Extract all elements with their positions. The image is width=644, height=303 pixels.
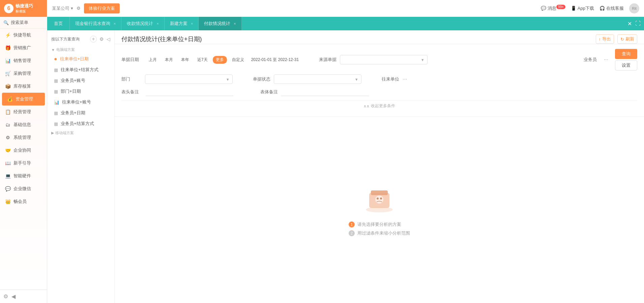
desktop-group: ▼ 电脑端方案 [47, 46, 114, 54]
tab-bank-label: 现金银行流水查询 [75, 21, 110, 27]
tab-home[interactable]: 首页 [47, 17, 70, 30]
plan-dept-date[interactable]: ▦ 部门+日期 [47, 86, 114, 97]
app-download-button[interactable]: 📱 App下载 [571, 5, 594, 11]
search-icon: 🔍 [3, 20, 9, 25]
collapse-sidebar-icon[interactable]: ◀ [11, 293, 16, 300]
date-7days[interactable]: 近7天 [194, 56, 211, 64]
tab-new-plan[interactable]: 新建方案 × [165, 17, 199, 30]
tab-receipts-close[interactable]: × [156, 22, 158, 26]
sidebar-item-shortcut[interactable]: ⚡ 快捷导航 [0, 29, 47, 41]
sidebar-item-hardware[interactable]: 💻 智能硬件 [0, 170, 47, 182]
sidebar-item-marketing[interactable]: 🎁 营销推广 [0, 41, 47, 54]
tip-num-1: 1 [349, 221, 355, 228]
date-this-month[interactable]: 本月 [162, 56, 176, 64]
sidebar-item-purchase[interactable]: 🛒 采购管理 [0, 67, 47, 80]
page-title: 付款情况统计(往来单位+日期) [121, 35, 202, 43]
nav-label-member: 畅会员 [13, 199, 27, 205]
plan-partner-account[interactable]: 📊 往来单位+账号 [47, 97, 114, 108]
refresh-button[interactable]: ↻ 刷新 [617, 34, 637, 44]
sidebar-item-sales[interactable]: 📊 销售管理 [0, 54, 47, 67]
date-last-month[interactable]: 上月 [146, 56, 160, 64]
sidebar-nav: ⚡ 快捷导航 🎁 营销推广 📊 销售管理 🛒 采购管理 📦 库存核算 💰 资金管… [0, 29, 47, 290]
partner-label: 往来单位 [382, 76, 399, 82]
source-select-arrow: ▾ [421, 57, 424, 62]
nav-label-enterprise: 企业协同 [13, 147, 31, 153]
filter-settings-button[interactable]: 设置 [615, 60, 637, 70]
tab-bank-close[interactable]: × [114, 22, 116, 26]
header-note-label: 表头备注 [121, 89, 139, 95]
nav-label-system: 系统管理 [13, 134, 31, 141]
collapse-conditions-bar[interactable]: ∧∧ 收起更多条件 [121, 100, 637, 112]
sidebar-item-guide[interactable]: 📖 新手引导 [0, 157, 47, 170]
online-service-button[interactable]: 🎧 在线客服 [599, 5, 624, 11]
tab-fullscreen-icon[interactable]: ⛶ [635, 21, 641, 27]
plan-icon-6: ▦ [54, 121, 58, 126]
plan-active-icon: ● [54, 56, 57, 62]
logo-text: 畅捷通巧 标准版 [16, 3, 33, 14]
header-note-input[interactable] [146, 88, 233, 96]
plan-icon-1: ▦ [54, 67, 58, 72]
sidebar-item-capital[interactable]: 💰 资金管理 [2, 93, 45, 105]
nav-icon-member: 👑 [5, 199, 11, 205]
sidebar-item-system[interactable]: ⚙ 系统管理 [0, 131, 47, 144]
topbar-settings-icon[interactable]: ⚙ [77, 6, 81, 11]
export-button[interactable]: ↑ 导出 [596, 34, 614, 44]
plan-agent-settle[interactable]: ▦ 业务员+结算方式 [47, 118, 114, 129]
nav-icon-marketing: 🎁 [5, 45, 11, 51]
tab-bank[interactable]: 现金银行流水查询 × [70, 17, 121, 30]
filter-row-1: 单据日期 上月 本月 本年 近7天 更多 自定义 2022-01-01 至 20… [121, 49, 637, 70]
plan-agent-account[interactable]: ▦ 业务员+账号 [47, 75, 114, 86]
body-note-input[interactable] [281, 88, 369, 96]
sidebar-item-member[interactable]: 👑 畅会员 [0, 195, 47, 208]
trial-button[interactable]: 体验行业方案 [84, 3, 120, 13]
user-avatar[interactable]: Rit [629, 3, 639, 13]
plan-icon-4: 📊 [54, 100, 59, 105]
sidebar-item-business[interactable]: 📋 经营管理 [0, 105, 47, 118]
source-select[interactable]: ▾ [340, 55, 428, 64]
status-select-value [277, 76, 353, 82]
tab-new-plan-close[interactable]: × [191, 22, 193, 26]
tab-receipts[interactable]: 收款情况统计 × [121, 17, 164, 30]
plan-partner-settle[interactable]: ▦ 往来单位+结算方式 [47, 64, 114, 75]
mobile-group[interactable]: ▶ 移动端方案 [47, 129, 114, 137]
partner-select[interactable]: ··· [403, 76, 407, 82]
status-select[interactable]: ▾ [274, 74, 361, 84]
sidebar-item-base[interactable]: 🗂 基础信息 [0, 118, 47, 131]
query-button[interactable]: 查询 [615, 49, 637, 59]
tab-payments[interactable]: 付款情况统计 × [199, 17, 241, 30]
tip-2: 2 用过滤条件来缩小分析范围 [349, 230, 410, 236]
nav-label-base: 基础信息 [13, 122, 31, 128]
messages-button[interactable]: 💬 消息 99+ [541, 5, 565, 11]
export-icon: ↑ [599, 37, 601, 42]
empty-illustration [359, 181, 400, 215]
plan-agent-date[interactable]: ▦ 业务员+日期 [47, 108, 114, 118]
date-custom[interactable]: 自定义 [229, 56, 247, 64]
service-icon: 🎧 [599, 6, 605, 11]
nav-label-wechat: 企业微信 [13, 186, 31, 192]
add-plan-icon[interactable]: + [90, 36, 97, 42]
status-label: 单据状态 [253, 76, 270, 82]
date-label: 单据日期 [121, 57, 139, 63]
sidebar-item-enterprise[interactable]: 🤝 企业协同 [0, 144, 47, 157]
svg-point-5 [380, 198, 382, 200]
dept-select[interactable]: ▾ [145, 74, 233, 84]
agent-select[interactable]: ··· [604, 57, 608, 63]
panel-header: 按以下方案查询 + ⚙ ◁ [47, 34, 114, 46]
company-selector[interactable]: 某某公司 ▾ [52, 5, 73, 11]
settings-icon[interactable]: ⚙ [3, 293, 8, 300]
tab-close-all-icon[interactable]: ✕ [627, 21, 632, 27]
sidebar-item-inventory[interactable]: 📦 库存核算 [0, 80, 47, 93]
sidebar-item-wechat[interactable]: 💬 企业微信 [0, 182, 47, 195]
collapse-panel-icon[interactable]: ◁ [107, 36, 110, 42]
svg-point-4 [377, 198, 379, 200]
date-this-year[interactable]: 本年 [178, 56, 192, 64]
date-more[interactable]: 更多 [213, 56, 227, 64]
topbar-right: 💬 消息 99+ 📱 App下载 🎧 在线客服 Rit [541, 3, 639, 13]
nav-label-guide: 新手引导 [13, 160, 31, 166]
plan-partner-date[interactable]: ● 往来单位+日期 [47, 54, 114, 64]
svg-rect-2 [371, 190, 388, 195]
settings-plan-icon[interactable]: ⚙ [99, 36, 104, 42]
sidebar-search[interactable]: 🔍 搜索菜单 [0, 17, 47, 29]
date-range-display: 2022-01-01 至 2022-12-31 [251, 57, 299, 63]
tab-payments-close[interactable]: × [234, 22, 236, 26]
